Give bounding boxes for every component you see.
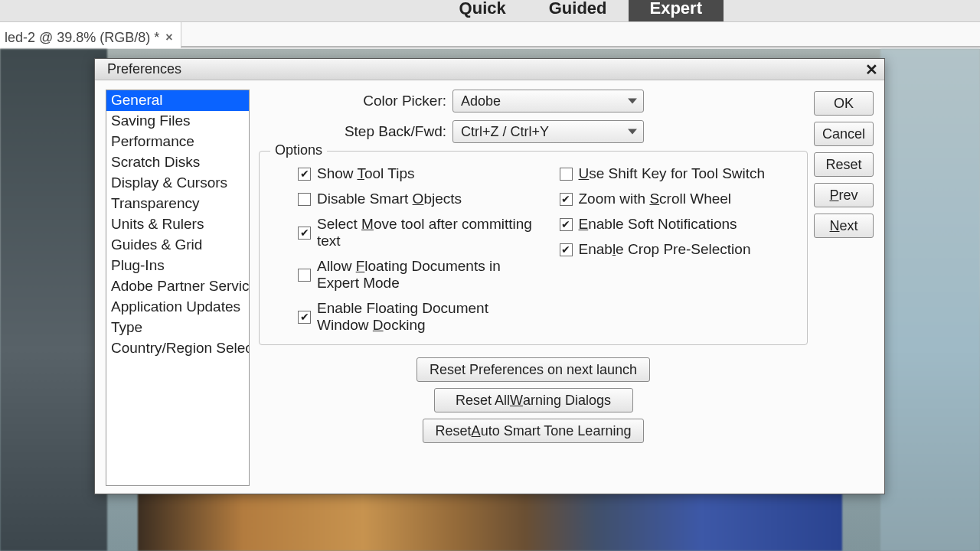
ok-button[interactable]: OK xyxy=(814,91,874,116)
canvas-bg-bottom xyxy=(138,490,842,551)
prev-button[interactable]: Prev xyxy=(814,183,874,207)
checkbox-icon[interactable] xyxy=(560,243,573,256)
option-checkbox-row[interactable]: Disable Smart Objects xyxy=(272,191,534,207)
main-pane: Color Picker: Adobe Step Back/Fwd: Ctrl+… xyxy=(259,90,808,483)
option-label: Select Move tool after committing text xyxy=(317,216,534,249)
canvas-bg-right xyxy=(880,49,980,551)
option-checkbox-row[interactable]: Enable Soft Notifications xyxy=(534,216,795,233)
close-icon[interactable]: × xyxy=(165,31,172,44)
chevron-down-icon xyxy=(628,99,637,104)
document-tabbar: led-2 @ 39.8% (RGB/8) * × xyxy=(0,21,980,47)
dialog-button-column: OK Cancel Reset Prev Next xyxy=(814,91,874,238)
checkbox-icon[interactable] xyxy=(298,227,311,240)
step-back-fwd-row: Step Back/Fwd: Ctrl+Z / Ctrl+Y xyxy=(259,120,808,143)
category-item[interactable]: Country/Region Selection xyxy=(106,338,249,359)
reset-button[interactable]: Reset xyxy=(814,152,874,177)
reset-action-button[interactable]: Reset Auto Smart Tone Learning xyxy=(423,419,645,443)
canvas-bg-left xyxy=(0,49,107,551)
mode-bar: Quick Guided Expert xyxy=(0,0,980,21)
reset-action-button[interactable]: Reset All Warning Dialogs xyxy=(434,388,633,412)
dialog-body: GeneralSaving FilesPerformanceScratch Di… xyxy=(95,80,884,494)
document-tab[interactable]: led-2 @ 39.8% (RGB/8) * × xyxy=(0,22,181,48)
option-label: Disable Smart Objects xyxy=(317,191,462,207)
option-checkbox-row[interactable]: Use Shift Key for Tool Switch xyxy=(534,165,795,182)
checkbox-icon[interactable] xyxy=(298,168,311,181)
category-item[interactable]: Application Updates xyxy=(106,297,249,318)
category-list: GeneralSaving FilesPerformanceScratch Di… xyxy=(106,90,250,486)
category-item[interactable]: Performance xyxy=(106,132,249,152)
option-label: Enable Crop Pre-Selection xyxy=(579,241,751,258)
option-label: Allow Floating Documents in Expert Mode xyxy=(317,258,534,292)
option-checkbox-row[interactable]: Enable Floating Document Window Docking xyxy=(272,300,534,334)
cancel-button[interactable]: Cancel xyxy=(814,122,874,146)
category-item[interactable]: Plug-Ins xyxy=(106,256,249,276)
category-item[interactable]: Adobe Partner Services xyxy=(106,276,249,297)
step-back-fwd-dropdown[interactable]: Ctrl+Z / Ctrl+Y xyxy=(452,120,644,143)
color-picker-dropdown[interactable]: Adobe xyxy=(452,90,644,112)
reset-buttons: Reset Preferences on next launchReset Al… xyxy=(259,357,808,443)
next-button[interactable]: Next xyxy=(814,214,874,238)
dialog-titlebar: Preferences ✕ xyxy=(95,59,884,80)
document-tab-label: led-2 @ 39.8% (RGB/8) * xyxy=(5,30,159,46)
option-label: Show Tool Tips xyxy=(317,165,414,182)
option-label: Enable Floating Document Window Docking xyxy=(317,300,534,334)
reset-action-button[interactable]: Reset Preferences on next launch xyxy=(416,357,650,382)
option-checkbox-row[interactable]: Enable Crop Pre-Selection xyxy=(534,241,795,258)
step-back-fwd-label: Step Back/Fwd: xyxy=(259,123,446,140)
option-label: Zoom with Scroll Wheel xyxy=(579,191,732,207)
checkbox-icon[interactable] xyxy=(560,168,573,181)
checkbox-icon[interactable] xyxy=(560,193,573,206)
color-picker-label: Color Picker: xyxy=(259,93,446,109)
category-item[interactable]: Units & Rulers xyxy=(106,214,249,235)
category-item[interactable]: Display & Cursors xyxy=(106,173,249,194)
checkbox-icon[interactable] xyxy=(298,311,311,324)
category-item[interactable]: General xyxy=(106,90,249,111)
options-group: Options Show Tool TipsDisable Smart Obje… xyxy=(259,151,808,345)
options-col-left: Show Tool TipsDisable Smart ObjectsSelec… xyxy=(272,165,534,334)
options-legend: Options xyxy=(270,142,327,158)
dialog-title: Preferences xyxy=(107,61,181,77)
category-item[interactable]: Scratch Disks xyxy=(106,152,249,173)
options-col-right: Use Shift Key for Tool SwitchZoom with S… xyxy=(534,165,795,334)
preferences-dialog: Preferences ✕ GeneralSaving FilesPerform… xyxy=(94,58,885,494)
category-item[interactable]: Transparency xyxy=(106,194,249,214)
option-checkbox-row[interactable]: Select Move tool after committing text xyxy=(272,216,534,249)
option-checkbox-row[interactable]: Zoom with Scroll Wheel xyxy=(534,191,795,207)
option-label: Enable Soft Notifications xyxy=(579,216,737,233)
option-label: Use Shift Key for Tool Switch xyxy=(579,165,766,182)
option-checkbox-row[interactable]: Allow Floating Documents in Expert Mode xyxy=(272,258,534,292)
checkbox-icon[interactable] xyxy=(298,193,311,206)
dialog-close-icon[interactable]: ✕ xyxy=(863,61,880,78)
color-picker-row: Color Picker: Adobe xyxy=(259,90,808,112)
checkbox-icon[interactable] xyxy=(298,269,311,282)
color-picker-value: Adobe xyxy=(461,93,501,109)
category-item[interactable]: Type xyxy=(106,318,249,338)
category-item[interactable]: Guides & Grid xyxy=(106,235,249,256)
step-back-fwd-value: Ctrl+Z / Ctrl+Y xyxy=(461,124,549,140)
chevron-down-icon xyxy=(628,129,637,135)
option-checkbox-row[interactable]: Show Tool Tips xyxy=(272,165,534,182)
checkbox-icon[interactable] xyxy=(560,218,573,231)
category-item[interactable]: Saving Files xyxy=(106,111,249,132)
